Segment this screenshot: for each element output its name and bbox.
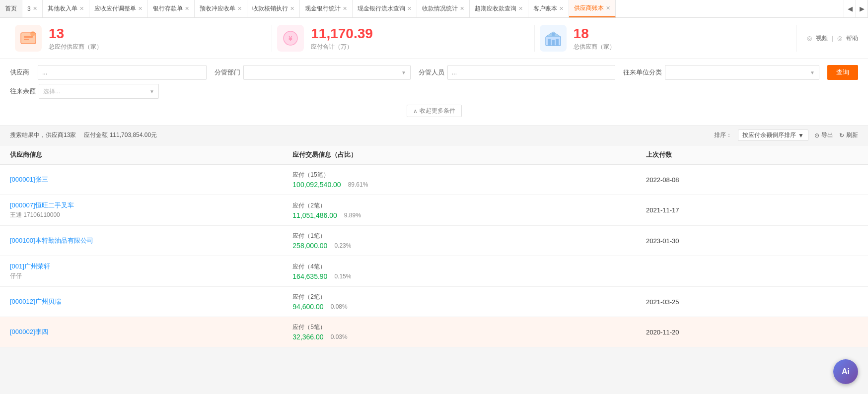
nav-tab-3[interactable]: 3 ✕ bbox=[22, 0, 43, 17]
balance-filter-label: 往来余额 bbox=[10, 87, 36, 96]
transaction-info-2: 应付（2笔） 11,051,486.00 9.89% bbox=[292, 201, 646, 219]
trans-amount-3[interactable]: 258,000.00 bbox=[292, 242, 327, 250]
link-separator: | bbox=[832, 35, 833, 42]
filter-dept: 分管部门 ▼ bbox=[215, 65, 411, 80]
trans-pct-1: 89.61% bbox=[348, 181, 368, 188]
nav-arrow-left[interactable]: ◀ bbox=[844, 0, 856, 18]
nav-tab-bank-deposit[interactable]: 银行存款单 ✕ bbox=[148, 0, 195, 17]
payable-suppliers-label: 总应付供应商（家） bbox=[49, 43, 102, 51]
cash-bank-stats-label: 现金银行统计 bbox=[305, 4, 341, 13]
nav-tab-cash-bank-flow[interactable]: 现金银行流水查询 ✕ bbox=[353, 0, 417, 17]
nav-tab-collection-audit[interactable]: 收款核销执行 ✕ bbox=[247, 0, 300, 17]
stat-block-payable-suppliers: 13 总应付供应商（家） bbox=[10, 25, 272, 52]
sort-arrow-icon: ▼ bbox=[798, 132, 804, 139]
supplier-link-2[interactable]: [000007]恒旺二手叉车 bbox=[10, 201, 74, 209]
transaction-info-1: 应付（15笔） 100,092,540.00 89.61% bbox=[292, 171, 646, 189]
nav-tab-other-income[interactable]: 其他收入单 ✕ bbox=[43, 0, 89, 17]
trans-amount-2[interactable]: 11,051,486.00 bbox=[292, 211, 337, 219]
close-cash-bank-flow-icon[interactable]: ✕ bbox=[407, 5, 412, 12]
transaction-info-4: 应付（4笔） 164,635.90 0.15% bbox=[292, 263, 646, 280]
last-pay-5: 2021-03-25 bbox=[646, 298, 858, 306]
transaction-info-3: 应付（1笔） 258,000.00 0.23% bbox=[292, 232, 646, 250]
collection-audit-label: 收款核销执行 bbox=[252, 4, 288, 13]
supplier-filter-input[interactable] bbox=[38, 65, 207, 80]
refresh-button[interactable]: ↻ 刷新 bbox=[839, 131, 858, 139]
person-filter-input[interactable] bbox=[447, 65, 615, 80]
supplier-link-4[interactable]: [001]广州荣轩 bbox=[10, 263, 50, 270]
nav-tab-home[interactable]: 首页 bbox=[0, 0, 22, 17]
video-link[interactable]: 视频 bbox=[816, 34, 828, 43]
filter-row-1: 供应商 分管部门 ▼ 分管人员 往来单位分类 ▼ 查询 bbox=[10, 65, 858, 80]
close-collection-stats-icon[interactable]: ✕ bbox=[460, 5, 464, 12]
table-section: 供应商信息 应付交易信息（占比） 上次付数 [000001]张三 应付（15笔）… bbox=[0, 145, 868, 347]
category-filter-label: 往来单位分类 bbox=[623, 68, 662, 77]
supplier-link-3[interactable]: [000100]本特勤油品有限公司 bbox=[10, 237, 93, 244]
filter-category: 往来单位分类 ▼ bbox=[623, 65, 820, 80]
collapse-up-icon: ∧ bbox=[413, 108, 418, 115]
close-bank-deposit-icon[interactable]: ✕ bbox=[185, 5, 189, 12]
close-other-income-icon[interactable]: ✕ bbox=[79, 5, 84, 12]
close-payable-adjust-icon[interactable]: ✕ bbox=[138, 5, 143, 12]
stat-block-payable-total: ¥ 11,170.39 应付合计（万） bbox=[272, 25, 534, 52]
last-pay-2: 2021-11-17 bbox=[646, 206, 858, 214]
trans-pct-4: 0.15% bbox=[334, 273, 351, 280]
trans-pct-2: 9.89% bbox=[344, 212, 361, 219]
balance-filter-select[interactable]: 选择... ▼ bbox=[39, 84, 159, 99]
trans-amount-5[interactable]: 94,600.00 bbox=[292, 303, 323, 311]
dept-filter-label: 分管部门 bbox=[215, 68, 240, 77]
sort-select[interactable]: 按应付余额倒序排序 ▼ bbox=[738, 130, 808, 141]
supplier-link-1[interactable]: [000001]张三 bbox=[10, 176, 48, 183]
circle-icon: ◎ bbox=[807, 35, 812, 42]
refresh-label: 刷新 bbox=[846, 131, 858, 139]
payable-suppliers-num: 13 bbox=[49, 25, 102, 42]
sort-label: 排序： bbox=[714, 131, 732, 139]
last-pay-3: 2023-01-30 bbox=[646, 237, 858, 245]
last-pay-6: 2020-11-20 bbox=[646, 328, 858, 336]
supplier-link-6[interactable]: [000002]李四 bbox=[10, 328, 48, 335]
trans-amount-6[interactable]: 32,366.00 bbox=[292, 333, 323, 341]
trans-amount-1[interactable]: 100,092,540.00 bbox=[292, 181, 341, 189]
close-supplier-account-icon[interactable]: ✕ bbox=[606, 5, 610, 11]
supplier-account-label: 供应商账本 bbox=[574, 4, 604, 12]
close-tab-3-icon[interactable]: ✕ bbox=[33, 5, 37, 12]
supplier-link-5[interactable]: [000012]广州贝瑞 bbox=[10, 298, 61, 305]
supplier-info-3: [000100]本特勤油品有限公司 bbox=[10, 236, 292, 245]
svg-rect-7 bbox=[548, 39, 551, 46]
table-row: [000001]张三 应付（15笔） 100,092,540.00 89.61%… bbox=[0, 165, 868, 195]
collection-stats-label: 收款情况统计 bbox=[422, 4, 458, 13]
trans-row-5: 94,600.00 0.08% bbox=[292, 303, 646, 311]
result-info: 搜索结果中，供应商13家 应付金额 111,703,854.00元 bbox=[10, 131, 157, 139]
trans-row-6: 32,366.00 0.03% bbox=[292, 333, 646, 341]
stat-text-payable-total: 11,170.39 应付合计（万） bbox=[311, 25, 373, 52]
close-overdue-query-icon[interactable]: ✕ bbox=[518, 5, 523, 12]
nav-tab-supplier-account[interactable]: 供应商账本 ✕ bbox=[569, 0, 616, 17]
close-collection-audit-icon[interactable]: ✕ bbox=[290, 5, 294, 12]
close-advance-collection-icon[interactable]: ✕ bbox=[237, 5, 242, 12]
nav-tab-payable-adjust[interactable]: 应收应付调整单 ✕ bbox=[89, 0, 148, 17]
dept-filter-select[interactable]: ▼ bbox=[243, 65, 411, 80]
category-filter-select[interactable]: ▼ bbox=[665, 65, 820, 80]
stat-text-total-suppliers: 18 总供应商（家） bbox=[574, 25, 615, 52]
nav-arrow-right[interactable]: ▶ bbox=[856, 0, 868, 18]
nav-tab-cash-bank-stats[interactable]: 现金银行统计 ✕ bbox=[300, 0, 353, 17]
help-link[interactable]: 帮助 bbox=[846, 34, 858, 43]
close-cash-bank-stats-icon[interactable]: ✕ bbox=[343, 5, 347, 12]
nav-tab-advance-collection[interactable]: 预收冲应收单 ✕ bbox=[195, 0, 247, 17]
payable-total-icon: ¥ bbox=[277, 25, 304, 52]
supplier-sub-2: 王通 17106110000 bbox=[10, 211, 292, 219]
table-row: [000012]广州贝瑞 应付（2笔） 94,600.00 0.08% 2021… bbox=[0, 287, 868, 317]
stat-block-total-suppliers: 18 总供应商（家） bbox=[535, 25, 797, 52]
main-content: 供应商信息 应付交易信息（占比） 上次付数 [000001]张三 应付（15笔）… bbox=[0, 145, 868, 347]
close-customer-account-icon[interactable]: ✕ bbox=[559, 5, 564, 12]
query-button[interactable]: 查询 bbox=[827, 65, 858, 80]
person-filter-label: 分管人员 bbox=[419, 68, 444, 77]
trans-label-1: 应付（15笔） bbox=[292, 171, 646, 179]
table-row: [000007]恒旺二手叉车 王通 17106110000 应付（2笔） 11,… bbox=[0, 195, 868, 226]
stats-row: 13 总应付供应商（家） ¥ 11,170.39 应付合计（万） bbox=[0, 18, 868, 59]
nav-tab-overdue-query[interactable]: 超期应收款查询 ✕ bbox=[470, 0, 528, 17]
export-button[interactable]: ⊙ 导出 bbox=[814, 131, 833, 139]
nav-tab-customer-account[interactable]: 客户账本 ✕ bbox=[528, 0, 569, 17]
trans-amount-4[interactable]: 164,635.90 bbox=[292, 272, 327, 280]
nav-tab-collection-stats[interactable]: 收款情况统计 ✕ bbox=[417, 0, 470, 17]
collapse-button[interactable]: ∧ 收起更多条件 bbox=[407, 105, 462, 117]
